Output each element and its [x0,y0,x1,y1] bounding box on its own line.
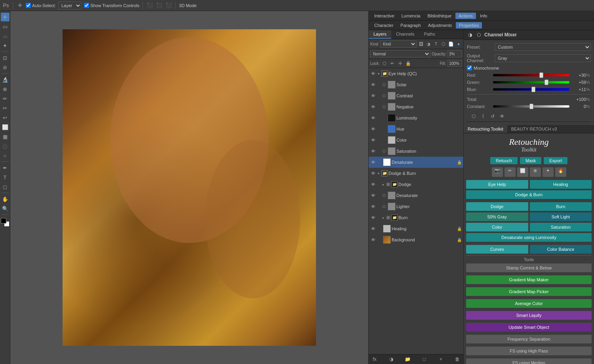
vis-lighter[interactable]: 👁 [370,204,376,209]
btn-eye-help[interactable]: Eye Help [466,180,528,189]
tool-camera-icon[interactable]: 📷 [492,167,503,177]
layer-item-contrast[interactable]: 👁 ⬡ Contrast [369,90,463,101]
btn-average-color[interactable]: Average Color [466,299,592,308]
vis-desaturate[interactable]: 👁 [370,159,376,165]
layer-item-lighter[interactable]: 👁 ⬡ Lighter [369,201,463,212]
auto-select-label[interactable]: Auto-Select: [26,3,56,8]
btn-healing[interactable]: Healing [530,180,592,189]
new-layer-icon[interactable]: + [437,356,444,363]
auto-select-checkbox[interactable] [26,3,31,8]
eraser-tool[interactable]: ⬜ [1,123,10,131]
menu-interactive[interactable]: Interactive [371,13,398,19]
prop-icon-curves[interactable]: ⌇ [480,113,487,120]
layers-filter-icon[interactable]: 🖼 [418,41,424,47]
blur-tool[interactable]: ◌ [1,142,10,150]
tool-clone-icon[interactable]: ⊕ [530,167,541,177]
btn-gradient-map-picker[interactable]: Gradient Map Picker [466,287,592,296]
btn-gradient-map-maker[interactable]: Gradient Map Maker [466,275,592,284]
blue-slider-track[interactable] [493,88,569,91]
auto-select-mode[interactable]: Layer Group [58,2,82,9]
output-channel-select[interactable]: Gray Red Green Blue [495,54,591,62]
btn-soft-light[interactable]: Soft Light [530,212,592,221]
menu-actions[interactable]: Actions [455,13,476,19]
align-center-icon[interactable]: ⬛ [156,2,163,9]
lock-all-icon[interactable]: 🔒 [405,60,411,66]
constant-slider-track[interactable] [493,105,569,108]
history-brush-tool[interactable]: ↩ [1,113,10,122]
tool-eraser-icon[interactable]: ⬜ [517,167,528,177]
retouch-tab-toolkit[interactable]: Retouching Toolkit [464,125,507,133]
gradient-tool[interactable]: ▦ [1,132,10,141]
layer-item-saturation[interactable]: 👁 ⬡ Saturation [369,146,463,157]
btn-saturation[interactable]: Saturation [530,223,592,231]
magic-wand-tool[interactable]: ✦ [1,41,10,50]
btn-dodge[interactable]: Dodge [466,202,528,211]
vis-contrast[interactable]: 👁 [370,93,376,99]
eyedropper-tool[interactable]: 🔬 [1,75,10,84]
group-layer-icon[interactable]: 📁 [404,356,411,363]
menu-info[interactable]: Info [477,13,490,19]
clone-stamp-tool[interactable]: ✂ [1,104,10,112]
lock-paint-icon[interactable]: ✏ [389,60,396,66]
btn-curves[interactable]: Curves [466,245,528,254]
btn-frequency-separation[interactable]: Frequency Separation [466,335,592,343]
menu-lumencia[interactable]: Lumencia [398,13,424,19]
layer-item-hue[interactable]: 👁 Hue [369,123,463,135]
btn-burn[interactable]: Burn [530,202,592,211]
btn-smart-liquify[interactable]: Smart Liquify [466,311,592,320]
constant-slider-thumb[interactable] [529,104,533,109]
btn-fs-high-pass[interactable]: FS using High Pass [466,347,592,355]
green-slider-thumb[interactable] [544,80,548,85]
layer-item-dodge-burn[interactable]: 👁 ▾ 📁 Dodge & Burn [369,168,463,179]
blue-slider-thumb[interactable] [531,87,535,92]
layers-shape-icon[interactable]: ⬡ [440,41,447,47]
align-left-icon[interactable]: ⬛ [146,2,153,9]
opacity-input[interactable] [447,50,462,57]
layer-item-healing[interactable]: 👁 Healing 🔒 [369,223,463,234]
monochrome-checkbox[interactable] [467,65,472,70]
fx-icon[interactable]: fx [371,356,378,363]
layer-item-desaturate2[interactable]: 👁 ⬡ Desaturate [369,190,463,201]
vis-saturation[interactable]: 👁 [370,148,376,154]
layers-adj-icon[interactable]: ◑ [425,41,432,47]
layer-item-color[interactable]: 👁 Color [369,135,463,146]
retouch-tab-beauty[interactable]: BEAUTY RETOUCH v3 [507,125,561,133]
tab-paths[interactable]: Paths [419,30,440,39]
red-slider-track[interactable] [493,74,569,76]
layer-item-solar[interactable]: 👁 ⬡ Solar [369,79,463,90]
shape-tool[interactable]: ◻ [1,182,10,191]
layer-item-negative[interactable]: 👁 ⬡ Negative [369,101,463,112]
lock-transparent-icon[interactable]: ⬡ [381,60,388,66]
layers-smart-icon[interactable]: 📄 [448,41,454,47]
spot-heal-tool[interactable]: ⊕ [1,85,10,93]
dodge-tool[interactable]: ○ [1,151,10,160]
blend-mode-select[interactable]: Normal Multiply Screen Overlay Luminosit… [370,50,430,57]
btn-stamp-current-below[interactable]: Stamp Current & Below [466,264,592,272]
prop-icon-channel[interactable]: ⬡ [470,113,477,120]
vis-background[interactable]: 👁 [370,237,376,243]
layer-item-burn[interactable]: 👁 ▸ 8 📁 Burn [369,212,463,223]
red-slider-thumb[interactable] [539,72,543,78]
vis-dodge-burn[interactable]: 👁 [370,171,376,176]
collapse-dodge-burn[interactable]: ▾ [377,171,381,175]
retouch-main-tab-mask[interactable]: Mask [520,157,541,164]
collapse-dodge[interactable]: ▸ [381,182,385,186]
text-tool[interactable]: T [1,173,10,182]
fg-bg-swatch[interactable] [1,218,10,227]
green-slider-track[interactable] [493,81,569,83]
hand-tool[interactable]: ✋ [1,195,10,203]
layer-item-background[interactable]: 👁 Background 🔒 [369,234,463,245]
btn-desaturate-lum[interactable]: Desaturate using Luminosity [466,233,592,242]
tab-channels[interactable]: Channels [391,30,419,39]
tool-heal-icon[interactable]: ✦ [543,167,554,177]
layer-item-eye-help[interactable]: 👁 ▾ 📁 Eye Help (QC) [369,68,463,79]
slice-tool[interactable]: ⊘ [1,63,10,72]
tab-layers[interactable]: Layers [369,30,391,39]
delete-layer-icon[interactable]: 🗑 [454,356,461,363]
zoom-tool[interactable]: 🔍 [1,204,10,213]
retouch-main-tab-retouch[interactable]: Retouch [490,157,518,164]
kind-select[interactable]: Kind [380,40,417,47]
btn-50-gray[interactable]: 50% Gray [466,212,528,221]
vis-desaturate2[interactable]: 👁 [370,193,376,198]
lasso-tool[interactable]: ⌓ [1,32,10,40]
